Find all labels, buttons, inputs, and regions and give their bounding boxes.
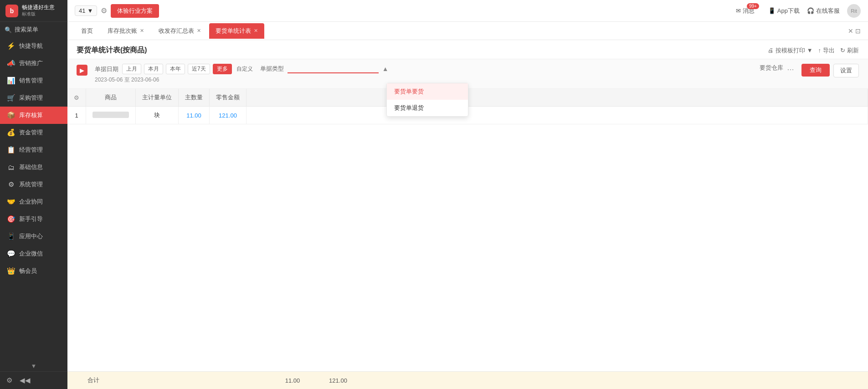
print-label: 按模板打印 xyxy=(776,46,805,55)
type-filter-dropdown-icon[interactable]: ▲ xyxy=(382,65,389,72)
logo-icon: b xyxy=(5,5,18,17)
type-filter-label: 单据类型 xyxy=(260,65,284,73)
tabs-close-all-icon[interactable]: ✕ xyxy=(848,27,853,35)
sidebar-item-app-center[interactable]: 📱 应用中心 xyxy=(0,228,67,245)
industry-btn[interactable]: 体验行业方案 xyxy=(111,4,159,18)
tab-close-collect-summary[interactable]: ✕ xyxy=(197,28,201,34)
date-btn-last-month[interactable]: 上月 xyxy=(122,64,141,74)
app-download-item[interactable]: 📱 App下载 xyxy=(768,7,800,15)
query-btn[interactable]: 查询 xyxy=(801,64,830,77)
topbar-left: 41 ▼ ⚙ 体验行业方案 xyxy=(75,4,730,18)
th-settings: ⚙ xyxy=(67,89,86,107)
tab-home-label: 首页 xyxy=(81,27,93,35)
company-selector[interactable]: 41 ▼ xyxy=(75,5,97,16)
sidebar-item-system[interactable]: ⚙ 系统管理 xyxy=(0,176,67,193)
tabs-expand-icon[interactable]: ⊡ xyxy=(855,27,861,35)
tab-order-stats-label: 要货单统计表 xyxy=(216,27,251,35)
date-btn-custom[interactable]: 自定义 xyxy=(236,65,253,73)
search-menu-label: 搜索菜单 xyxy=(15,26,38,34)
topbar-gear-icon[interactable]: ⚙ xyxy=(101,6,107,15)
online-service-label: 在线客服 xyxy=(816,7,840,15)
user-avatar-item[interactable]: Rit xyxy=(847,4,861,18)
sidebar-item-label: 应用中心 xyxy=(19,232,43,241)
sidebar-item-operations[interactable]: 📋 经营管理 xyxy=(0,141,67,159)
settings-bottom-icon[interactable]: ⚙ xyxy=(6,376,12,384)
sidebar-item-wechat[interactable]: 💬 企业微信 xyxy=(0,245,67,262)
filter-expand-btn[interactable]: ▶ xyxy=(77,65,87,76)
refresh-icon: ↻ xyxy=(840,47,845,54)
tab-inventory-batch-label: 库存批次账 xyxy=(108,27,137,35)
footer-amount: 121.00 xyxy=(315,377,361,384)
date-btn-more[interactable]: 更多 xyxy=(213,64,232,74)
tabs-controls: ✕ ⊡ xyxy=(848,27,861,35)
date-btn-7days[interactable]: 近7天 xyxy=(188,64,210,74)
td-unit: 块 xyxy=(136,107,179,124)
sidebar-item-inventory[interactable]: 📦 库存核算 xyxy=(0,107,67,124)
inventory-icon: 📦 xyxy=(6,111,15,119)
sidebar-item-purchase[interactable]: 🛒 采购管理 xyxy=(0,89,67,107)
warehouse-more-icon[interactable]: … xyxy=(787,64,794,72)
td-qty: 11.00 xyxy=(179,107,210,124)
sidebar-item-finance[interactable]: 💰 资金管理 xyxy=(0,124,67,141)
app-download-label: App下载 xyxy=(777,7,800,15)
print-action[interactable]: 🖨 按模板打印 ▼ xyxy=(768,46,813,55)
th-unit: 主计量单位 xyxy=(136,89,179,107)
app-logo: b 畅捷通好生意 标准版 xyxy=(0,0,67,22)
settings-btn[interactable]: 设置 xyxy=(833,64,859,77)
amount-link[interactable]: 121.00 xyxy=(219,112,237,119)
online-service-item[interactable]: 🎧 在线客服 xyxy=(807,7,840,15)
tab-collect-summary-label: 收发存汇总表 xyxy=(159,27,194,35)
tab-inventory-batch[interactable]: 库存批次账 ✕ xyxy=(101,23,150,39)
table-footer: 合计 11.00 121.00 xyxy=(67,371,868,389)
print-dropdown-icon: ▼ xyxy=(807,47,813,54)
sidebar-item-label: 营销推广 xyxy=(19,59,43,67)
operations-icon: 📋 xyxy=(6,146,15,154)
sidebar-item-basic[interactable]: 🗂 基础信息 xyxy=(0,159,67,176)
column-settings-icon[interactable]: ⚙ xyxy=(74,94,79,101)
member-icon: 👑 xyxy=(6,267,15,275)
sidebar-scroll-down[interactable]: ▼ xyxy=(0,361,67,371)
sidebar-item-label: 系统管理 xyxy=(19,180,43,189)
sidebar-item-enterprise[interactable]: 🤝 企业协同 xyxy=(0,193,67,210)
date-btn-this-month[interactable]: 本月 xyxy=(144,64,163,74)
sidebar-item-label: 库存核算 xyxy=(19,111,43,119)
refresh-action[interactable]: ↻ 刷新 xyxy=(840,46,859,55)
sidebar-item-label: 企业微信 xyxy=(19,250,43,258)
th-qty: 主数量 xyxy=(179,89,210,107)
tab-close-inventory-batch[interactable]: ✕ xyxy=(140,28,144,34)
sidebar-item-sales[interactable]: 📊 销售管理 xyxy=(0,72,67,89)
date-btn-this-year[interactable]: 本年 xyxy=(166,64,185,74)
tab-collect-summary[interactable]: 收发存汇总表 ✕ xyxy=(152,23,207,39)
collapse-icon[interactable]: ◀◀ xyxy=(20,376,31,384)
page-actions: 🖨 按模板打印 ▼ ↑ 导出 ↻ 刷新 xyxy=(768,46,859,55)
sidebar-item-label: 企业协同 xyxy=(19,198,43,206)
search-menu[interactable]: 🔍 搜索菜单 xyxy=(0,22,67,37)
filter-bar: ▶ 单据日期 上月 本月 本年 近7天 更多 自定义 2023-05-06 至 … xyxy=(67,59,868,89)
search-icon: 🔍 xyxy=(5,26,12,33)
type-filter-input[interactable] xyxy=(288,64,379,73)
date-quick-btns: 上月 本月 本年 近7天 更多 自定义 xyxy=(122,64,253,74)
qty-link[interactable]: 11.00 xyxy=(186,112,201,119)
topbar: 41 ▼ ⚙ 体验行业方案 ✉ 消息 99+ 📱 App下载 🎧 在线客服 xyxy=(67,0,868,22)
sidebar: b 畅捷通好生意 标准版 🔍 搜索菜单 ⚡ 快捷导航 📣 营销推广 📊 销售管理… xyxy=(0,0,67,389)
dropdown-item-order-return[interactable]: 要货单退货 xyxy=(387,100,468,116)
app-center-icon: 📱 xyxy=(6,232,15,241)
sales-icon: 📊 xyxy=(6,77,15,85)
sidebar-item-member[interactable]: 👑 畅会员 xyxy=(0,262,67,280)
sidebar-nav: ⚡ 快捷导航 📣 营销推广 📊 销售管理 🛒 采购管理 📦 库存核算 💰 资金管… xyxy=(0,37,67,361)
messages-item[interactable]: ✉ 消息 99+ xyxy=(736,7,755,15)
table-container: ⚙ 商品 主计量单位 主数量 零售金额 1 xyxy=(67,89,868,371)
export-action[interactable]: ↑ 导出 xyxy=(818,46,835,55)
dropdown-item-order-goods[interactable]: 要货单要货 xyxy=(387,83,468,100)
sidebar-item-label: 销售管理 xyxy=(19,77,43,85)
tab-close-order-stats[interactable]: ✕ xyxy=(254,28,258,34)
th-product: 商品 xyxy=(86,89,136,107)
sidebar-item-guide[interactable]: 🎯 新手引导 xyxy=(0,210,67,228)
sidebar-item-quick-nav[interactable]: ⚡ 快捷导航 xyxy=(0,37,67,55)
print-icon: 🖨 xyxy=(768,47,774,54)
tab-order-stats[interactable]: 要货单统计表 ✕ xyxy=(209,23,264,39)
tab-home[interactable]: 首页 xyxy=(75,23,99,39)
sidebar-item-label: 新手引导 xyxy=(19,215,43,223)
sidebar-bottom: ⚙ ◀◀ xyxy=(0,371,67,389)
sidebar-item-marketing[interactable]: 📣 营销推广 xyxy=(0,55,67,72)
